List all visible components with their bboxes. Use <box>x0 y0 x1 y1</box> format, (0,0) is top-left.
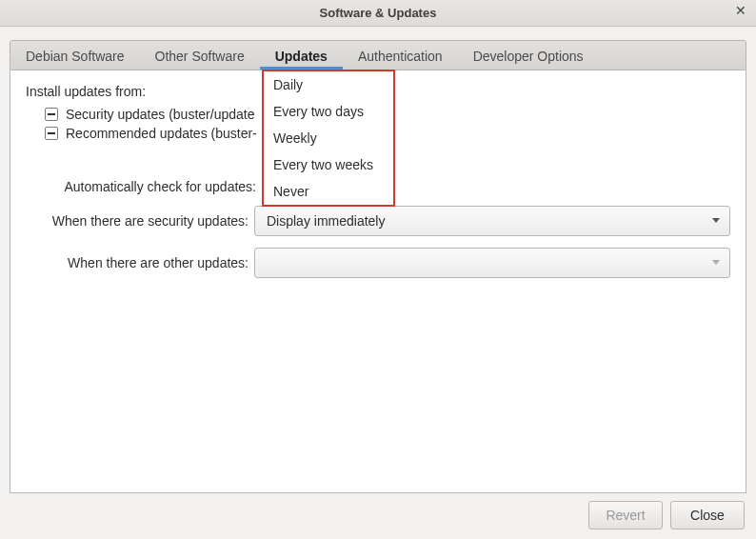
auto-check-dropdown: Daily Every two days Weekly Every two we… <box>262 70 395 207</box>
footer: Revert Close <box>0 491 756 539</box>
checkbox-mixed-icon <box>45 108 58 121</box>
dropdown-option-every-two-days[interactable]: Every two days <box>264 98 393 125</box>
tab-developer-options[interactable]: Developer Options <box>458 42 599 70</box>
chevron-down-icon <box>712 218 720 223</box>
revert-button[interactable]: Revert <box>588 501 663 529</box>
tab-debian-software[interactable]: Debian Software <box>10 42 140 70</box>
dropdown-option-daily[interactable]: Daily <box>264 71 393 98</box>
tab-updates[interactable]: Updates <box>260 42 343 70</box>
auto-check-label: Automatically check for updates: <box>26 179 262 194</box>
tab-bar: Debian Software Other Software Updates A… <box>10 40 746 70</box>
security-updates-value: Display immediately <box>267 213 385 229</box>
close-button[interactable]: Close <box>670 501 745 529</box>
row-security-updates: When there are security updates: Display… <box>26 206 730 236</box>
spacer <box>0 27 756 40</box>
updates-panel: Install updates from: Security updates (… <box>10 70 746 493</box>
dropdown-option-every-two-weeks[interactable]: Every two weeks <box>264 151 393 178</box>
tab-other-software[interactable]: Other Software <box>140 42 260 70</box>
row-other-updates: When there are other updates: <box>26 248 730 278</box>
window-title: Software & Updates <box>320 6 437 20</box>
check-security-label: Security updates (buster/update <box>66 107 254 122</box>
close-icon[interactable]: ✕ <box>735 4 746 17</box>
content: Debian Software Other Software Updates A… <box>0 40 756 493</box>
security-updates-combo[interactable]: Display immediately <box>254 206 730 236</box>
other-updates-label: When there are other updates: <box>26 255 254 270</box>
check-recommended-label: Recommended updates (buster- <box>66 126 257 141</box>
dropdown-option-never[interactable]: Never <box>264 178 393 205</box>
dropdown-option-weekly[interactable]: Weekly <box>264 125 393 151</box>
chevron-down-icon <box>712 260 720 265</box>
other-updates-combo[interactable] <box>254 248 730 278</box>
tab-authentication[interactable]: Authentication <box>343 42 458 70</box>
security-updates-label: When there are security updates: <box>26 213 254 229</box>
checkbox-mixed-icon <box>45 127 58 140</box>
titlebar: Software & Updates ✕ <box>0 0 756 27</box>
